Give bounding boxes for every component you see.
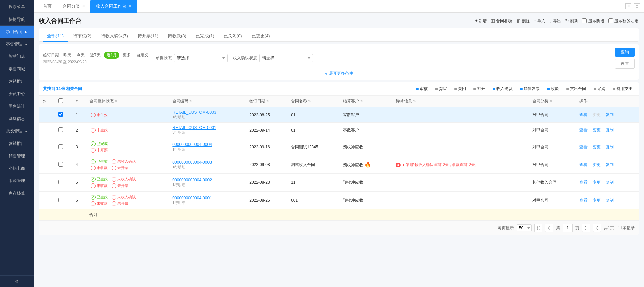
row-action-view-1[interactable]: 查看: [579, 112, 588, 118]
row-action-view-6[interactable]: 查看: [579, 198, 588, 203]
sidebar-item-sales-mgmt[interactable]: 销售管理: [0, 150, 34, 162]
sidebar-nav[interactable]: 快捷导航: [0, 14, 34, 26]
th-exception[interactable]: 异常信息 ⇅: [392, 96, 529, 107]
sidebar-item-retail-shop[interactable]: 零售商城: [0, 63, 34, 75]
row-checkbox-6[interactable]: [58, 198, 63, 202]
select-all-checkbox[interactable]: [58, 98, 63, 103]
row-checkbox-2[interactable]: [58, 127, 63, 132]
row-checkbox-4[interactable]: [58, 162, 63, 167]
win-maximize-btn[interactable]: □: [634, 3, 640, 9]
td-checkbox-2[interactable]: [55, 123, 72, 138]
action-btn-purchase[interactable]: 采购: [592, 85, 607, 93]
filter-tab-pending-confirm[interactable]: 待收入确认(7): [97, 31, 132, 42]
td-checkbox-3[interactable]: [55, 138, 72, 156]
expand-conditions-btn[interactable]: ∨ 展开更多条件: [325, 71, 353, 76]
query-button[interactable]: 查询: [615, 48, 635, 57]
row-action-copy-2[interactable]: 复制: [606, 127, 614, 133]
date-btn-yesterday[interactable]: 昨天: [61, 52, 73, 59]
date-btn-today[interactable]: 今天: [75, 52, 87, 59]
th-category[interactable]: 合同分类 ⇅: [529, 96, 576, 107]
filter-tab-completed[interactable]: 已完成(1): [192, 31, 218, 42]
sidebar-item-basic-info[interactable]: 基础信息: [0, 113, 34, 125]
tab-home[interactable]: 首页: [38, 0, 57, 13]
row-action-change-6[interactable]: 变更: [593, 198, 601, 203]
show-tag-checkbox[interactable]: [608, 18, 613, 23]
date-btn-custom[interactable]: 自定义: [134, 52, 150, 59]
sidebar-item-retail-mgmt[interactable]: 零售管理 ▲: [0, 38, 34, 50]
row-action-view-5[interactable]: 查看: [579, 180, 588, 186]
toolbar-board-btn[interactable]: ▦ 合同看板: [491, 18, 512, 24]
td-checkbox-6[interactable]: [55, 192, 72, 209]
contract-link-1[interactable]: RETAIL_CUSTOM-0003: [172, 110, 242, 115]
toolbar-import-btn[interactable]: ↑ 导入: [534, 18, 545, 24]
toolbar-delete-btn[interactable]: 🗑 删除: [516, 18, 530, 24]
pagination-next-btn[interactable]: ⟩: [582, 224, 590, 232]
tab-income-workbench-close[interactable]: ✕: [128, 4, 131, 8]
row-action-change-2[interactable]: 变更: [593, 127, 601, 133]
th-checkbox[interactable]: [55, 96, 72, 107]
row-action-change-3[interactable]: 变更: [593, 144, 601, 150]
row-action-copy-5[interactable]: 复制: [606, 180, 614, 186]
date-btn-more[interactable]: 更多: [121, 52, 133, 59]
contract-link-2[interactable]: RETAIL_CUSTOM-0001: [172, 125, 242, 130]
filter-tab-changed[interactable]: 已变更(4): [248, 31, 274, 42]
page-input[interactable]: [563, 224, 573, 232]
action-btn-expense[interactable]: 费用支出: [611, 85, 635, 93]
settings-icon[interactable]: ⚙: [42, 99, 46, 104]
tab-contract-cat[interactable]: 合同分类 ✕: [57, 0, 90, 13]
row-action-view-4[interactable]: 查看: [579, 162, 588, 168]
row-action-copy-6[interactable]: 复制: [606, 198, 614, 203]
toolbar-refresh-btn[interactable]: ↻ 刷新: [565, 18, 578, 24]
row-action-view-3[interactable]: 查看: [579, 144, 588, 150]
sidebar-item-project[interactable]: 项目合同 ▶: [0, 26, 34, 38]
filter-tab-pending-invoice[interactable]: 待开票(11): [134, 31, 162, 42]
action-btn-payout[interactable]: 支出合同: [564, 85, 588, 93]
th-status[interactable]: 合同整体状态 ⇅: [86, 96, 169, 107]
action-btn-close[interactable]: 关闭: [452, 85, 468, 93]
row-action-copy-1[interactable]: 复制: [606, 112, 614, 118]
sidebar-item-member[interactable]: 会员中心: [0, 88, 34, 100]
confirm-status-select[interactable]: 请选择: [259, 54, 313, 62]
sidebar-item-smart-store[interactable]: 智慧门店: [0, 50, 34, 63]
sidebar-item-retail-stats[interactable]: 零售统计: [0, 100, 34, 113]
row-action-change-4[interactable]: 变更: [593, 162, 601, 168]
contract-link-3[interactable]: 0000000000004-0004: [172, 142, 242, 147]
tab-contract-cat-close[interactable]: ✕: [82, 4, 85, 8]
sidebar-item-inventory[interactable]: 库存核算: [0, 187, 34, 200]
filter-tab-all[interactable]: 全部(11): [43, 31, 68, 42]
sidebar-item-marketing2[interactable]: 营销推广: [0, 137, 34, 150]
row-action-copy-3[interactable]: 复制: [606, 144, 614, 150]
action-btn-payment[interactable]: 收款: [545, 85, 561, 93]
toolbar-show-tag[interactable]: 显示标的明细: [608, 18, 639, 24]
sidebar-item-wholesale[interactable]: 批发管理 ▲: [0, 125, 34, 137]
action-btn-invoice[interactable]: 销售发票: [518, 85, 542, 93]
action-btn-abandon[interactable]: 弃审: [433, 85, 449, 93]
row-action-change-5[interactable]: 变更: [593, 180, 601, 186]
pagination-first-btn[interactable]: ⟨⟨: [534, 224, 542, 232]
row-checkbox-1[interactable]: [58, 112, 63, 117]
th-sign-date[interactable]: 签订日期 ⇅: [246, 96, 288, 107]
action-btn-open[interactable]: 打开: [471, 85, 487, 93]
sidebar-item-marketing[interactable]: 营销推广: [0, 75, 34, 88]
pagination-last-btn[interactable]: ⟩⟩: [593, 224, 601, 232]
sidebar-item-purchase[interactable]: 采购管理: [0, 175, 34, 187]
date-btn-last7[interactable]: 近7天: [88, 52, 103, 59]
contract-link-6[interactable]: 0000000000004-0001: [172, 196, 242, 200]
filter-tab-pending-review[interactable]: 待审核(2): [69, 31, 96, 42]
td-checkbox-1[interactable]: [55, 107, 72, 123]
action-btn-review[interactable]: 审核: [414, 85, 430, 93]
win-close-btn[interactable]: ✕: [625, 3, 631, 9]
th-customer[interactable]: 结算客户 ⇅: [340, 96, 392, 107]
page-size-select[interactable]: 50 10 20 100: [517, 224, 532, 231]
table-scroll[interactable]: ⚙ # 合同整体状态 ⇅: [39, 96, 639, 221]
show-stage-checkbox[interactable]: [582, 18, 587, 23]
doc-status-select[interactable]: 请选择: [174, 54, 228, 62]
row-action-view-2[interactable]: 查看: [579, 127, 588, 133]
sidebar-search[interactable]: 搜索菜单: [0, 0, 34, 14]
th-settings[interactable]: ⚙: [39, 96, 55, 107]
th-name[interactable]: 合同名称 ⇅: [288, 96, 339, 107]
th-code[interactable]: 合同编码 ⇅: [169, 96, 246, 107]
contract-link-4[interactable]: 0000000000004-0003: [172, 160, 242, 165]
sidebar-item-xiaochang[interactable]: 小畅电商: [0, 162, 34, 175]
toolbar-show-stage[interactable]: 显示阶段: [582, 18, 604, 24]
